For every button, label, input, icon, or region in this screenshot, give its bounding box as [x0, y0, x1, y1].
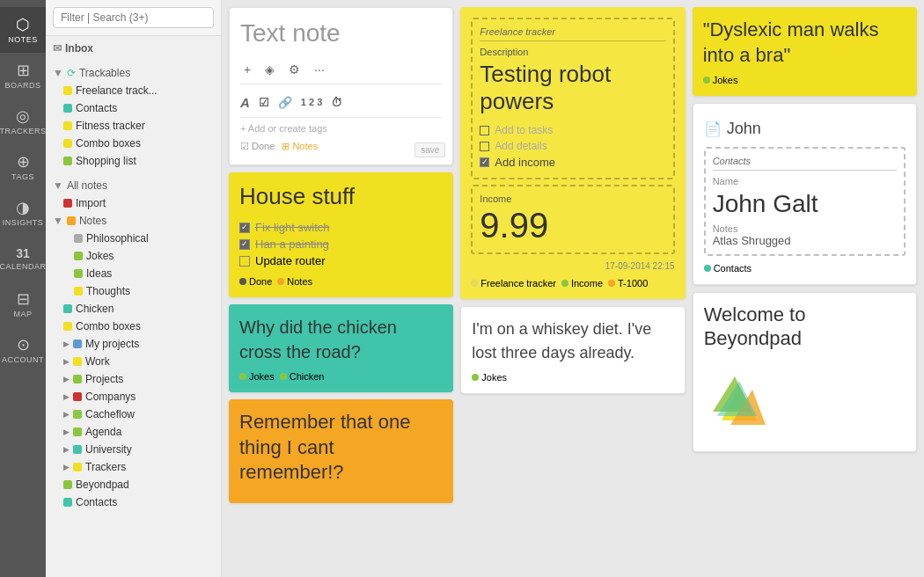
checkbox-done[interactable]: [239, 223, 250, 233]
tree-trackables-header[interactable]: ▼ ⟳ Trackables: [46, 64, 221, 82]
tree-work[interactable]: ▶ Work: [46, 353, 221, 370]
note-group-label: Agenda: [85, 426, 121, 438]
note-footer-tags: Contacts: [704, 263, 906, 274]
checklist-item: Han a painting: [239, 236, 443, 252]
icon-sidebar: ⬡ NOTES ⊞ BOARDS ◎ TRACKERS ⊕ TAGS ◑ INS…: [0, 0, 46, 577]
checkbox-done[interactable]: [239, 239, 250, 250]
color-dot: [74, 234, 83, 243]
tree-inbox[interactable]: ✉ Inbox: [46, 40, 221, 57]
format-time-icon[interactable]: ⏱: [331, 96, 342, 109]
tree-agenda[interactable]: ▶ Agenda: [46, 423, 221, 441]
tag-dot: [239, 278, 246, 285]
color-dot: [73, 445, 82, 454]
arrow-right-icon: ▶: [63, 463, 70, 471]
remember-card: Remember that one thing I cant remember!…: [229, 399, 453, 503]
tree-combo-boxes2[interactable]: Combo boxes: [46, 318, 221, 335]
format-number-icon[interactable]: 1 2 3: [301, 97, 322, 107]
tree-contacts2[interactable]: Contacts: [46, 493, 221, 511]
calendar-icon: 31: [16, 247, 30, 259]
sidebar-item-calendar[interactable]: 31 CALENDAR: [0, 236, 46, 281]
notes-column-2: Freelance tracker Description Testing ro…: [460, 7, 685, 394]
save-button[interactable]: save: [414, 142, 445, 157]
tree-all-notes-header[interactable]: ▼ All notes: [46, 177, 221, 194]
color-dot: [74, 269, 83, 278]
tree-shopping-list[interactable]: Shopping list: [46, 152, 221, 170]
tree-freelance-tracker[interactable]: Freelance track...: [46, 82, 221, 99]
tree-beyondpad[interactable]: Beyondpad: [46, 476, 221, 493]
tag-dot: [561, 280, 568, 287]
tree-trackers[interactable]: ▶ Trackers: [46, 458, 221, 476]
footer-tag-jokes: Jokes: [239, 371, 275, 382]
tracker-label: Freelance tracker: [480, 26, 665, 41]
tree-projects[interactable]: ▶ Projects: [46, 370, 221, 388]
contacts-section: Contacts Name John Galt Notes Atlas Shru…: [704, 147, 906, 256]
task-checkbox[interactable]: [480, 126, 489, 135]
task-item: Add details: [480, 138, 665, 154]
income-section: Income 9.99: [471, 185, 674, 254]
notes-btn[interactable]: ⊞ Notes: [282, 141, 318, 152]
tree-combo-boxes[interactable]: Combo boxes: [46, 135, 221, 152]
tree-fitness-tracker[interactable]: Fitness tracker: [46, 117, 221, 135]
tree-companys[interactable]: ▶ Companys: [46, 388, 221, 405]
task-checkbox[interactable]: [480, 142, 489, 151]
format-check-icon[interactable]: ☑: [259, 96, 269, 109]
note-group-label: Contacts: [76, 496, 117, 508]
tree-thoughts[interactable]: Thoughts: [46, 282, 221, 300]
tags-icon: ⊕: [17, 154, 30, 170]
format-text-icon[interactable]: A: [240, 95, 250, 110]
sidebar-item-notes[interactable]: ⬡ NOTES: [0, 7, 46, 53]
color-dot: [63, 139, 72, 148]
color-dot: [73, 357, 82, 366]
tree-section-all-notes: ▼ All notes Import ▼ Notes Philosophical…: [46, 173, 221, 515]
beyondpad-logo: [704, 368, 774, 438]
tree-contacts[interactable]: Contacts: [46, 99, 221, 117]
add-tags[interactable]: + Add or create tags: [240, 123, 442, 134]
tag-dot: [471, 280, 478, 287]
tree-import[interactable]: Import: [46, 194, 221, 212]
note-child-label: Thoughts: [86, 285, 130, 297]
sidebar-item-account[interactable]: ⊙ ACCOUNT: [0, 327, 46, 373]
sidebar-item-map[interactable]: ⊟ MAP: [0, 281, 46, 327]
whiskey-card: I'm on a whiskey diet. I've lost three d…: [460, 306, 685, 394]
color-icon[interactable]: ◈: [261, 61, 278, 78]
tree-chicken[interactable]: Chicken: [46, 300, 221, 318]
search-input[interactable]: [53, 7, 214, 28]
note-group-label: My projects: [85, 338, 139, 350]
tree-ideas[interactable]: Ideas: [46, 265, 221, 282]
more-icon[interactable]: ···: [311, 61, 328, 78]
settings-icon[interactable]: ⚙: [285, 61, 304, 78]
footer-tag: T-1000: [608, 278, 648, 288]
main-content: Text note + ◈ ⚙ ··· A ☑ 🔗 1 2 3 ⏱ + Add …: [222, 0, 924, 577]
note-toolbar: + ◈ ⚙ ···: [240, 55, 442, 84]
tag-dot: [704, 265, 711, 272]
color-dot: [74, 252, 83, 260]
task-item: Add to tasks: [480, 122, 665, 138]
color-dot: [73, 410, 82, 419]
tree-my-projects[interactable]: ▶ My projects: [46, 335, 221, 353]
sidebar-item-trackers[interactable]: ◎ TRACKERS: [0, 99, 46, 144]
sidebar-item-insights[interactable]: ◑ INSIGHTS: [0, 190, 46, 236]
trackable-label: Fitness tracker: [76, 120, 145, 132]
task-checkbox-checked[interactable]: [480, 157, 489, 167]
note-child-label: Ideas: [86, 267, 112, 280]
tree-cacheflow[interactable]: ▶ Cacheflow: [46, 405, 221, 423]
tree-sidebar: ✉ Inbox ▼ ⟳ Trackables Freelance track..…: [46, 0, 222, 577]
note-footer-tags: Jokes Chicken: [239, 371, 443, 382]
trackable-label: Combo boxes: [76, 137, 141, 150]
note-group-label: Work: [85, 355, 110, 368]
footer-tag-contacts: Contacts: [704, 263, 752, 274]
tree-notes-header[interactable]: ▼ Notes: [46, 212, 221, 230]
add-icon[interactable]: +: [240, 61, 254, 78]
arrow-down-icon: ▼: [53, 179, 63, 192]
checkbox[interactable]: [239, 256, 250, 267]
tracker-section: Freelance tracker Description Testing ro…: [471, 18, 674, 179]
sidebar-item-tags[interactable]: ⊕ TAGS: [0, 144, 46, 190]
tree-university[interactable]: ▶ University: [46, 441, 221, 458]
format-link-icon[interactable]: 🔗: [278, 96, 292, 109]
tree-jokes[interactable]: Jokes: [46, 247, 221, 265]
sidebar-item-boards[interactable]: ⊞ BOARDS: [0, 53, 46, 99]
done-btn[interactable]: ☑ Done: [240, 141, 275, 152]
tree-philosophical[interactable]: Philosophical: [46, 230, 221, 247]
income-label: Income: [480, 194, 665, 204]
arrow-right-icon: ▶: [63, 375, 70, 383]
